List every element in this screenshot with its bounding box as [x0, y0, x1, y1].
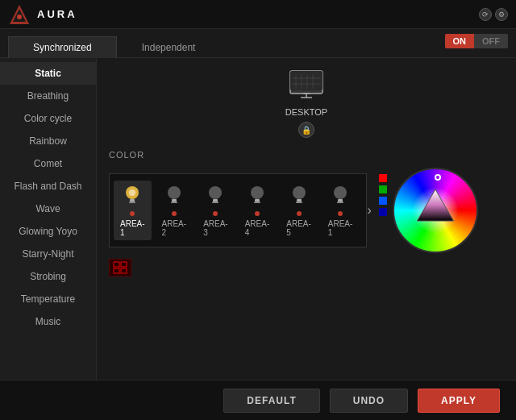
area-dot-1b	[338, 211, 343, 216]
apply-button[interactable]: APPLY	[418, 389, 500, 413]
area-dot-5	[297, 211, 302, 216]
sidebar-item-glowing-yoyo[interactable]: Glowing Yoyo	[0, 220, 96, 243]
svg-rect-33	[337, 202, 343, 203]
area-item-1b[interactable]: AREA-1	[322, 181, 360, 240]
svg-rect-17	[129, 202, 135, 203]
color-section-label: COLOR	[109, 150, 504, 160]
area-label-1: AREA-1	[120, 219, 145, 237]
area-item-3[interactable]: AREA-3	[197, 181, 235, 240]
sidebar-item-starry-night[interactable]: Starry-Night	[0, 243, 96, 265]
color-wheel-selector	[435, 174, 441, 181]
area-label-1b: AREA-1	[328, 219, 353, 237]
tab-independent[interactable]: Independent	[117, 36, 221, 58]
main-layout: Static Breathing Color cycle Rainbow Com…	[0, 58, 516, 380]
sidebar-item-comet[interactable]: Comet	[0, 152, 96, 175]
toggle-on-button[interactable]: ON	[445, 34, 475, 48]
bulb-icon-1b	[329, 184, 352, 208]
sidebar-item-breathing[interactable]: Breathing	[0, 85, 96, 107]
svg-rect-21	[171, 202, 177, 203]
titlebar: AURA ⟳ ⚙	[0, 0, 516, 29]
areas-container: AREA-1 AREA-2	[109, 173, 367, 247]
toggle-bar: ON OFF	[445, 34, 509, 48]
bulb-icon-5	[288, 184, 310, 208]
sidebar-item-temperature[interactable]: Temperature	[0, 288, 96, 310]
svg-point-28	[293, 186, 306, 199]
svg-point-19	[168, 186, 181, 199]
area-label-3: AREA-3	[203, 219, 228, 237]
color-section: COLOR	[109, 150, 504, 368]
area-label-4: AREA-4	[245, 219, 270, 237]
swatch-blue2[interactable]	[379, 208, 387, 216]
area-dot-4	[255, 211, 260, 216]
tabbar: Synchronized Independent ON OFF	[0, 29, 516, 58]
svg-rect-4	[290, 71, 322, 90]
sidebar-item-wave[interactable]: Wave	[0, 198, 96, 220]
swatch-red[interactable]	[379, 174, 387, 182]
swatch-blue1[interactable]	[379, 197, 387, 205]
desktop-monitor-icon	[289, 70, 323, 99]
desktop-label: DESKTOP	[285, 107, 327, 117]
svg-point-25	[251, 186, 264, 199]
svg-rect-34	[114, 262, 119, 267]
area-item-5[interactable]: AREA-5	[280, 181, 318, 240]
grid-icon-btn[interactable]	[109, 259, 131, 277]
svg-point-18	[129, 189, 135, 196]
app-title: AURA	[37, 8, 77, 20]
sidebar-item-color-cycle[interactable]: Color cycle	[0, 107, 96, 130]
bottom-icons	[109, 259, 504, 277]
svg-rect-29	[297, 199, 302, 202]
bulb-icon-2	[163, 184, 185, 208]
area-dot-1	[130, 211, 135, 216]
svg-point-22	[209, 186, 222, 199]
tab-synchronized[interactable]: Synchronized	[8, 36, 117, 58]
area-dot-3	[213, 211, 218, 216]
svg-rect-35	[121, 262, 127, 267]
content-area: DESKTOP 🔒 COLOR	[97, 58, 516, 380]
area-item-4[interactable]: AREA-4	[239, 181, 277, 240]
area-item-2[interactable]: AREA-2	[156, 181, 194, 240]
svg-rect-27	[254, 202, 260, 203]
bulb-icon-1	[121, 184, 144, 208]
rog-icon	[8, 3, 31, 26]
color-wheel-area	[379, 166, 480, 255]
settings-button[interactable]: ⚙	[495, 8, 508, 21]
sidebar-item-flash-and-dash[interactable]: Flash and Dash	[0, 175, 96, 198]
color-row: AREA-1 AREA-2	[109, 166, 504, 255]
desktop-area: DESKTOP 🔒	[109, 70, 504, 138]
bulb-icon-3	[204, 184, 227, 208]
svg-rect-30	[296, 202, 302, 203]
window-controls: ⟳ ⚙	[479, 8, 508, 21]
swatch-green[interactable]	[379, 185, 387, 193]
svg-rect-36	[114, 268, 119, 273]
svg-point-2	[17, 15, 22, 19]
svg-rect-26	[255, 199, 260, 202]
grid-icon	[113, 261, 127, 274]
color-wheel-wrapper[interactable]	[391, 166, 480, 255]
lock-icon[interactable]: 🔒	[298, 122, 314, 138]
svg-rect-23	[213, 199, 218, 202]
footer: DEFAULT UNDO APPLY	[0, 380, 516, 420]
svg-rect-24	[212, 202, 218, 203]
area-label-5: AREA-5	[286, 219, 311, 237]
areas-scroll-right[interactable]: ›	[363, 203, 375, 218]
sidebar-item-rainbow[interactable]: Rainbow	[0, 130, 96, 152]
sidebar-item-static[interactable]: Static	[0, 62, 96, 85]
sidebar: Static Breathing Color cycle Rainbow Com…	[0, 58, 97, 380]
svg-rect-20	[172, 199, 177, 202]
toggle-off-button[interactable]: OFF	[474, 34, 508, 48]
app-logo: AURA	[8, 3, 77, 26]
svg-rect-37	[121, 268, 127, 273]
sidebar-item-music[interactable]: Music	[0, 310, 96, 333]
undo-button[interactable]: UNDO	[330, 389, 408, 413]
sidebar-item-strobing[interactable]: Strobing	[0, 265, 96, 288]
area-dot-2	[172, 211, 177, 216]
desktop-icon-box[interactable]: DESKTOP 🔒	[285, 70, 327, 138]
bulb-icon-4	[246, 184, 268, 208]
svg-point-31	[334, 186, 347, 199]
refresh-button[interactable]: ⟳	[479, 8, 492, 21]
area-item-1[interactable]: AREA-1	[114, 181, 152, 240]
area-label-2: AREA-2	[162, 219, 187, 237]
default-button[interactable]: DEFAULT	[223, 389, 319, 413]
svg-rect-32	[338, 199, 343, 202]
svg-rect-16	[130, 199, 135, 202]
